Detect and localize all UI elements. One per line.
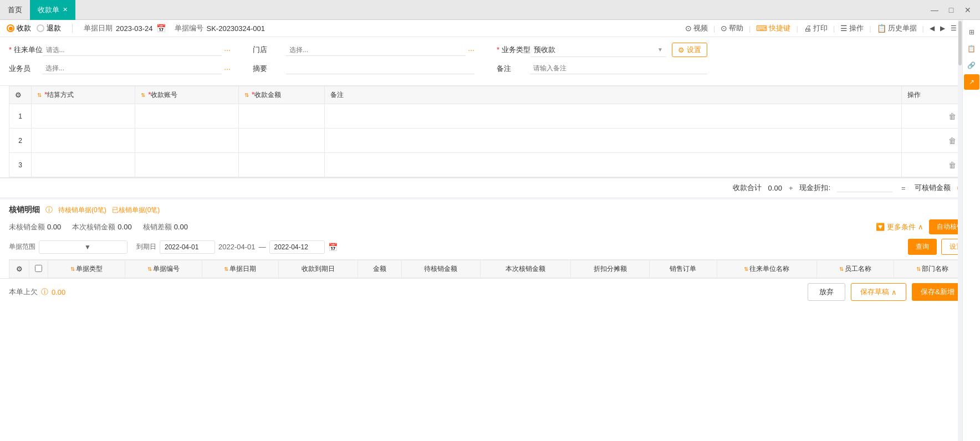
remark-cell-3[interactable]: [325, 153, 902, 177]
account-cell-3[interactable]: [135, 153, 238, 177]
maximize-btn[interactable]: □: [945, 3, 958, 17]
verify-section: 核销明细 ⓘ 待核销单据(0笔) 已核销单据(0笔) 未核销金额 0.00 本次…: [0, 197, 980, 278]
discount-input[interactable]: [837, 184, 892, 192]
delete-row-1-icon[interactable]: 🗑: [948, 112, 956, 121]
panel-btn-2[interactable]: 📋: [964, 41, 979, 57]
date-filter: 到期日 2022-04-01 — 📅: [136, 240, 338, 254]
date-range-dash: —: [259, 243, 266, 251]
amount-cell-1[interactable]: [238, 104, 325, 129]
counterparty-sort[interactable]: ⇅: [744, 266, 748, 272]
tab-close-icon[interactable]: ✕: [63, 6, 68, 13]
verify-stats: 未核销金额 0.00 本次核销金额 0.00 核销差额 0.00 🔽 更多条件 …: [9, 219, 971, 234]
counterparty-field: 往来单位 ···: [9, 44, 231, 56]
salesperson-label: 业务员: [9, 64, 42, 74]
bottom-info-icon[interactable]: ⓘ: [41, 287, 48, 297]
list-view-btn[interactable]: ☰: [951, 24, 957, 32]
delete-row-2-icon[interactable]: 🗑: [948, 136, 956, 145]
account-cell-1[interactable]: [135, 104, 238, 129]
delete-row-3-icon[interactable]: 🗑: [948, 161, 956, 170]
abandon-btn[interactable]: 放弃: [808, 283, 845, 301]
pending-tab[interactable]: 待核销单据(0笔): [58, 206, 106, 215]
receipt-radio-label: 收款: [17, 23, 31, 33]
pending-amount-th: 待核销金额: [401, 260, 480, 278]
bill-date-field: 单据日期 2023-03-24 📅: [84, 23, 166, 33]
settlement-th: ⇅ *结算方式: [32, 86, 135, 104]
account-th: ⇅ *收款账号: [135, 86, 238, 104]
diff-value: 0.00: [174, 223, 188, 231]
receipt-radio[interactable]: 收款: [7, 23, 31, 33]
nav-next-btn[interactable]: ▶: [940, 24, 945, 32]
doc-date-sort[interactable]: ⇅: [224, 266, 228, 272]
tab-home[interactable]: 首页: [0, 0, 30, 20]
amount-cell-2[interactable]: [238, 129, 325, 153]
settlement-cell-1[interactable]: [32, 104, 135, 129]
store-more-btn[interactable]: ···: [468, 45, 474, 54]
panel-btn-4[interactable]: ↗: [964, 74, 979, 90]
summary-input[interactable]: [286, 63, 474, 74]
doc-type-sort[interactable]: ⇅: [70, 266, 75, 272]
account-cell-2[interactable]: [135, 129, 238, 153]
select-all-checkbox[interactable]: [35, 265, 42, 272]
more-filters-btn[interactable]: 🔽 更多条件 ∧: [876, 222, 923, 232]
date-to-cal-icon[interactable]: 📅: [328, 243, 338, 252]
shortcut-label: 快捷键: [769, 23, 790, 33]
bill-date-value: 2023-03-24: [116, 24, 153, 33]
remark-cell-2[interactable]: [325, 129, 902, 153]
staff-name-th: ⇅员工名称: [817, 260, 894, 278]
form-row-1: 往来单位 ··· 门店 ··· 业务类型 预收款 ▼ ⚙ 设置: [9, 43, 971, 57]
panel-btn-1[interactable]: ⊞: [964, 24, 979, 40]
store-input[interactable]: [286, 44, 466, 56]
help-btn[interactable]: ⊙ 帮助: [721, 23, 743, 33]
gear-th[interactable]: ⚙: [9, 260, 29, 278]
amount-sort-icon[interactable]: ⇅: [244, 92, 249, 98]
staff-sort[interactable]: ⇅: [839, 266, 844, 272]
table-settings-col[interactable]: ⚙: [9, 86, 32, 104]
business-type-select[interactable]: 预收款 ▼: [530, 43, 666, 57]
store-label: 门店: [253, 45, 286, 55]
range-filter: 单据范围 ▼: [9, 240, 127, 254]
doc-no-sort[interactable]: ⇅: [147, 266, 152, 272]
nav-prev-btn[interactable]: ◀: [930, 24, 935, 32]
remark-input[interactable]: [530, 63, 707, 74]
save-draft-chevron: ∧: [891, 288, 897, 296]
scrollbar[interactable]: [958, 20, 962, 441]
history-btn[interactable]: 📋 历史单据: [877, 23, 917, 33]
verify-info-icon[interactable]: ⓘ: [45, 205, 53, 215]
close-btn[interactable]: ✕: [961, 3, 974, 17]
settlement-cell-3[interactable]: [32, 153, 135, 177]
settlement-cell-2[interactable]: [32, 129, 135, 153]
settlement-sort-icon[interactable]: ⇅: [37, 92, 42, 98]
salesperson-more-btn[interactable]: ···: [224, 64, 231, 73]
business-type-label: 业务类型: [497, 45, 530, 55]
minimize-btn[interactable]: —: [928, 3, 941, 17]
amount-cell-3[interactable]: [238, 153, 325, 177]
gear-icon: ⚙: [16, 265, 23, 273]
panel-btn-3[interactable]: 🔗: [964, 58, 979, 73]
date-from-input[interactable]: [160, 240, 215, 254]
date-to-input[interactable]: [269, 240, 325, 254]
query-btn[interactable]: 查询: [908, 239, 937, 255]
bottom-table-wrapper: ⚙ ⇅单据类型 ⇅单据编号 ⇅单据日期 收款到期日 金额 待核: [9, 260, 971, 278]
counterparty-more-btn[interactable]: ···: [224, 45, 231, 54]
row-num-2: 2: [9, 129, 32, 153]
remark-cell-1[interactable]: [325, 104, 902, 129]
settings-btn[interactable]: ⚙ 设置: [672, 43, 707, 57]
range-select[interactable]: ▼: [39, 240, 127, 254]
checkbox-th[interactable]: [29, 260, 48, 278]
dept-sort[interactable]: ⇅: [916, 266, 921, 272]
current-verify-th: 本次核销金额: [480, 260, 570, 278]
refund-radio[interactable]: 退款: [37, 23, 61, 33]
shortcut-btn[interactable]: ⌨ 快捷键: [756, 23, 790, 33]
receipt-mode-group: 收款 退款: [7, 23, 61, 33]
remark-th: 备注: [325, 86, 902, 104]
verified-tab[interactable]: 已核销单据(0笔): [112, 206, 160, 215]
save-draft-btn[interactable]: 保存草稿 ∧: [851, 283, 906, 301]
tab-receipt[interactable]: 收款单 ✕: [30, 0, 75, 20]
calendar-icon[interactable]: 📅: [156, 24, 166, 33]
account-sort-icon[interactable]: ⇅: [141, 92, 145, 98]
print-btn[interactable]: 🖨 打印: [804, 23, 828, 33]
salesperson-input[interactable]: [42, 63, 222, 74]
counterparty-input[interactable]: [43, 44, 222, 56]
operation-btn[interactable]: ☰ 操作: [840, 23, 864, 33]
video-btn[interactable]: ⊙ 视频: [685, 23, 708, 33]
